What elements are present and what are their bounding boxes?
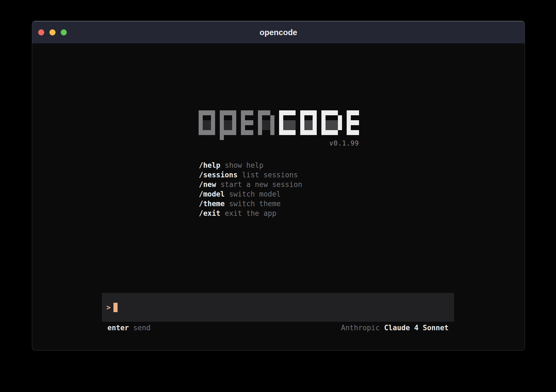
logo-letter-o <box>199 110 215 135</box>
command-name: /new <box>199 180 216 189</box>
model-label: Claude 4 Sonnet <box>384 324 449 332</box>
keybind-hint: entersend <box>107 323 151 332</box>
command-description: exit the app <box>225 209 276 217</box>
prompt-symbol: > <box>106 303 111 312</box>
send-action-label: send <box>133 324 151 332</box>
logo-letter-e <box>241 110 253 135</box>
command-name: /model <box>199 190 225 198</box>
command-item: /helpshow help <box>199 161 302 170</box>
command-description: switch theme <box>229 200 281 208</box>
command-description: list sessions <box>242 171 298 179</box>
logo-letter-d <box>321 110 342 135</box>
logo-letter-n <box>258 110 274 135</box>
command-name: /sessions <box>199 171 238 179</box>
window-title: opencode <box>260 28 297 37</box>
command-item: /sessionslist sessions <box>199 170 302 180</box>
logo-letter-c <box>279 110 296 135</box>
traffic-lights <box>38 21 67 43</box>
command-description: show help <box>225 161 263 169</box>
opencode-logo <box>199 110 359 140</box>
command-description: switch model <box>229 190 281 198</box>
provider-label: Anthropic <box>341 324 380 332</box>
command-item: /themeswitch theme <box>199 199 302 209</box>
command-name: /exit <box>199 209 220 217</box>
zoom-button[interactable] <box>61 29 67 35</box>
opencode-window: opencode v0.1.99 /helpshow help/sessions… <box>32 21 525 351</box>
enter-key-label: enter <box>107 324 129 332</box>
terminal-content: v0.1.99 /helpshow help/sessionslist sess… <box>32 43 525 350</box>
logo-letter-e <box>347 110 359 135</box>
close-button[interactable] <box>38 29 44 35</box>
command-name: /theme <box>199 200 225 208</box>
command-name: /help <box>199 161 220 169</box>
logo-letter-p <box>220 110 236 140</box>
command-item: /exitexit the app <box>199 209 302 218</box>
command-list: /helpshow help/sessionslist sessions/new… <box>199 161 302 218</box>
command-item: /modelswitch model <box>199 189 302 199</box>
model-indicator[interactable]: AnthropicClaude 4 Sonnet <box>341 323 449 332</box>
window-titlebar[interactable]: opencode <box>32 21 525 43</box>
command-item: /newstart a new session <box>199 180 302 189</box>
prompt-input[interactable]: > <box>102 293 454 322</box>
status-bar: entersend AnthropicClaude 4 Sonnet <box>102 323 454 332</box>
version-label: v0.1.99 <box>199 139 359 147</box>
text-cursor <box>113 303 118 312</box>
minimize-button[interactable] <box>49 29 55 35</box>
command-description: start a new session <box>221 180 302 189</box>
logo-letter-o <box>300 110 317 135</box>
